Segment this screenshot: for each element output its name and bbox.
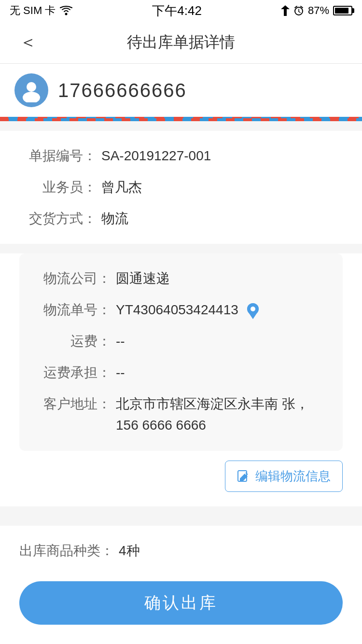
delivery-row: 交货方式： 物流: [19, 208, 343, 230]
svg-point-4: [27, 82, 36, 92]
alarm-icon: [293, 5, 304, 16]
logistics-card: 物流公司： 圆通速递 物流单号： YT43064053424413 运费： --…: [19, 253, 343, 451]
avatar: [14, 73, 48, 107]
customer-phone: 17666666666: [58, 80, 187, 101]
edit-logistics-button[interactable]: 编辑物流信息: [225, 461, 343, 492]
battery-text: 87%: [308, 4, 329, 17]
address-row: 客户地址： 北京市市辖区海淀区永丰南 张，156 6666 6666: [34, 393, 328, 437]
address-value: 北京市市辖区海淀区永丰南 张，156 6666 6666: [111, 393, 328, 437]
edit-icon: [237, 470, 251, 483]
svg-line-3: [299, 12, 300, 13]
section-divider-1: [0, 516, 362, 526]
logistics-company-row: 物流公司： 圆通速递: [34, 268, 328, 290]
goods-types-label: 出库商品种类：: [19, 540, 114, 562]
nav-bar: ＜ 待出库单据详情: [0, 21, 362, 64]
svg-point-8: [251, 307, 255, 311]
order-number-value: SA-20191227-001: [97, 145, 343, 167]
svg-point-5: [23, 92, 40, 102]
salesman-row: 业务员： 曾凡杰: [19, 177, 343, 198]
back-button[interactable]: ＜: [14, 26, 42, 59]
customer-header: 17666666666: [0, 64, 362, 118]
goods-types-row: 出库商品种类： 4种: [19, 540, 343, 562]
wifi-icon: [59, 6, 73, 15]
svg-point-0: [65, 13, 68, 15]
page-title: 待出库单据详情: [127, 32, 235, 53]
carrier-text: 无 SIM 卡: [10, 3, 56, 18]
user-icon: [19, 78, 43, 102]
delivery-value: 物流: [97, 208, 343, 230]
address-label: 客户地址：: [34, 393, 111, 415]
map-pin-icon[interactable]: [244, 302, 262, 319]
tracking-value-container: YT43064053424413: [111, 299, 328, 321]
goods-types-value: 4种: [114, 540, 343, 562]
order-info-section: 单据编号： SA-20191227-001 业务员： 曾凡杰 交货方式： 物流: [0, 131, 362, 244]
logistics-section: 物流公司： 圆通速递 物流单号： YT43064053424413 运费： --…: [0, 253, 362, 506]
edit-logistics-container: 编辑物流信息: [19, 461, 343, 492]
dashed-divider: [0, 118, 362, 121]
freight-value: --: [111, 331, 328, 352]
freight-bear-label: 运费承担：: [34, 362, 111, 384]
freight-label: 运费：: [34, 331, 111, 352]
freight-bear-row: 运费承担： --: [34, 362, 328, 384]
salesman-label: 业务员：: [19, 177, 97, 198]
battery-icon: [333, 6, 352, 15]
delivery-label: 交货方式：: [19, 208, 97, 230]
order-number-label: 单据编号：: [19, 145, 97, 167]
tracking-number: YT43064053424413: [116, 299, 238, 321]
location-status-icon: [281, 5, 290, 16]
order-number-row: 单据编号： SA-20191227-001: [19, 145, 343, 167]
status-bar-right: 87%: [281, 4, 352, 17]
status-bar-time: 下午4:42: [152, 2, 202, 19]
logistics-company-value: 圆通速递: [111, 268, 328, 290]
confirm-outbound-button[interactable]: 确认出库: [19, 581, 343, 625]
tracking-row: 物流单号： YT43064053424413: [34, 299, 328, 321]
logistics-company-label: 物流公司：: [34, 268, 111, 290]
freight-bear-value: --: [111, 362, 328, 384]
bottom-bar: 确认出库: [0, 572, 362, 644]
status-bar-left: 无 SIM 卡: [10, 3, 73, 18]
status-bar: 无 SIM 卡 下午4:42 87%: [0, 0, 362, 21]
freight-row: 运费： --: [34, 331, 328, 352]
edit-logistics-label: 编辑物流信息: [255, 468, 331, 485]
salesman-value: 曾凡杰: [97, 177, 343, 198]
tracking-label: 物流单号：: [34, 299, 111, 321]
